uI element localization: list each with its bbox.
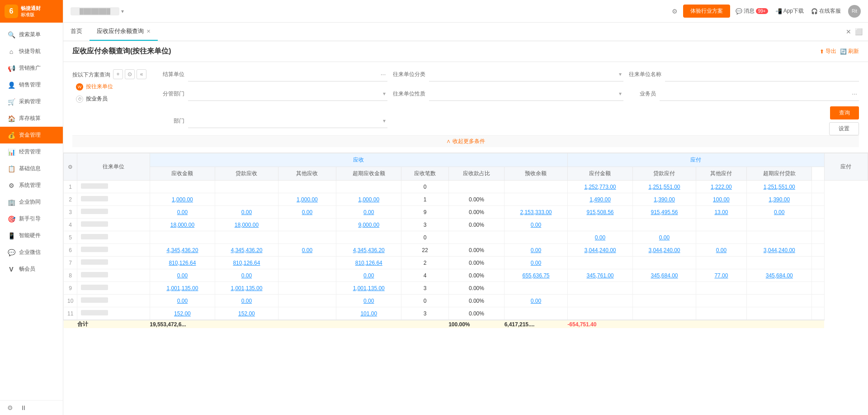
footer-ap-other xyxy=(696,320,746,328)
query-button[interactable]: 查询 xyxy=(830,106,859,119)
breadcrumb: ████████ ▾ xyxy=(71,7,666,15)
scheme-by-unit[interactable]: W 按往来单位 xyxy=(72,81,146,92)
sidebar-item-quick-nav[interactable]: ⌂ 快捷导航 xyxy=(0,43,63,60)
message-area[interactable]: 💬 消息 99+ xyxy=(736,7,768,15)
sidebar-item-system[interactable]: ⚙ 系统管理 xyxy=(0,177,63,194)
gear-icon[interactable]: ⚙ xyxy=(672,8,678,15)
tab-ar-query[interactable]: 应收应付余额查询 ✕ xyxy=(90,23,158,41)
add-scheme-button[interactable]: + xyxy=(113,69,123,79)
sidebar-item-label: 经营管理 xyxy=(19,148,41,156)
service-icon: 🎧 xyxy=(811,8,818,14)
collapse-scheme-button[interactable]: « xyxy=(137,69,146,79)
sidebar-item-search[interactable]: 🔍 搜索菜单 xyxy=(0,26,63,43)
footer-ar-advance[interactable]: 6,417,215.... xyxy=(505,320,568,328)
collapse-filter-row[interactable]: ∧ 收起更多条件 xyxy=(72,135,859,147)
table-settings-icon[interactable]: ⚙ xyxy=(68,164,73,170)
unit-category-input[interactable] xyxy=(431,69,618,79)
unit-nature-chevron: ▾ xyxy=(619,91,622,97)
sidebar-item-marketing[interactable]: 📢 营销推广 xyxy=(0,60,63,76)
main-area: ████████ ▾ ⚙ 体验行业方案 💬 消息 99+ 📲 App下载 🎧 在… xyxy=(63,0,868,415)
export-button[interactable]: ⬆ 导出 xyxy=(820,48,836,55)
dept-input[interactable] xyxy=(190,116,383,126)
col-ar-amount: 应收金额 xyxy=(150,167,215,181)
search-icon: 🔍 xyxy=(7,31,15,38)
tab-label: 应收应付余额查询 xyxy=(97,27,144,35)
sales-icon: 👤 xyxy=(7,81,15,89)
salesman-input[interactable] xyxy=(661,89,852,99)
wechat-icon: 💬 xyxy=(7,249,15,256)
scheme-unit-label: 按往来单位 xyxy=(86,83,113,91)
scheme-by-staff[interactable]: ⏱ 按业务员 xyxy=(72,93,146,105)
table-row: 11152.00152.00101.0030.00% xyxy=(64,307,868,320)
system-icon: ⚙ xyxy=(7,182,15,189)
sidebar: 6 畅捷通财 标准版 🔍 搜索菜单 ⌂ 快捷导航 📢 营销推广 👤 销售管理 🛒… xyxy=(0,0,63,415)
settlement-unit-input[interactable] xyxy=(190,69,381,79)
sidebar-item-operation[interactable]: 📊 经营管理 xyxy=(0,143,63,160)
sidebar-item-label: 畅会员 xyxy=(19,265,35,273)
app-download[interactable]: 📲 App下载 xyxy=(775,7,804,15)
sidebar-item-label: 资金管理 xyxy=(19,131,41,139)
sidebar-item-guide[interactable]: 🎯 新手引导 xyxy=(0,210,63,227)
trial-btn[interactable]: 体验行业方案 xyxy=(683,5,730,18)
close-window-icon[interactable]: ✕ xyxy=(846,28,851,35)
settlement-unit-dots[interactable]: ··· xyxy=(381,71,386,78)
footer-ar-count xyxy=(401,320,448,328)
col-settings: ⚙ xyxy=(64,153,77,181)
col-ap-partial: 应付 xyxy=(824,153,868,181)
col-ar-count: 应收笔数 xyxy=(401,167,448,181)
page-actions: ⬆ 导出 🔄 刷新 xyxy=(820,48,859,55)
table-row: 80.000.000.0040.00%655,636.75345,761.003… xyxy=(64,269,868,282)
tab-home[interactable]: 首页 xyxy=(63,23,90,41)
managed-dept-chevron: ▾ xyxy=(383,91,386,97)
page-title: 应收应付余额查询(按往来单位) xyxy=(72,47,171,56)
sidebar-item-wechat[interactable]: 💬 企业微信 xyxy=(0,244,63,261)
sidebar-item-label: 系统管理 xyxy=(19,181,41,189)
collapse-label: 收起更多条件 xyxy=(453,138,485,144)
footer-ar-amount[interactable]: 19,553,472,6... xyxy=(150,320,215,328)
footer-ap-overdue xyxy=(747,320,812,328)
col-ap-other: 其他应付 xyxy=(696,167,746,181)
page-title-row: 应收应付余额查询(按往来单位) ⬆ 导出 🔄 刷新 xyxy=(72,47,859,56)
filter-salesman: 业务员 ··· xyxy=(629,87,859,101)
settings-button[interactable]: 设置 xyxy=(829,122,859,135)
sidebar-item-basic-info[interactable]: 📋 基础信息 xyxy=(0,160,63,177)
sidebar-item-label: 快捷导航 xyxy=(19,48,41,55)
settings-icon[interactable]: ⚙ xyxy=(7,404,13,411)
sidebar-item-label: 搜索菜单 xyxy=(19,31,41,38)
home-icon: ⌂ xyxy=(7,48,15,55)
maximize-icon[interactable]: ⬜ xyxy=(855,28,863,35)
capital-icon: 💰 xyxy=(7,132,15,139)
sidebar-item-label: 营销推广 xyxy=(19,64,41,72)
unit-name-input[interactable] xyxy=(667,69,857,79)
logo-name: 畅捷通财 xyxy=(21,5,41,11)
salesman-dots[interactable]: ··· xyxy=(852,90,857,97)
dept-label: 部门 xyxy=(157,117,184,125)
unit-name-cell xyxy=(77,181,150,193)
col-ar-other: 其他应收 xyxy=(278,167,336,181)
filter-scheme: 按以下方案查询 + ⊙ « W 按往来单位 ⏱ xyxy=(72,67,859,135)
col-ar-loan: 贷款应收 xyxy=(215,167,278,181)
refresh-button[interactable]: 🔄 刷新 xyxy=(840,48,859,55)
sidebar-item-sales[interactable]: 👤 销售管理 xyxy=(0,76,63,93)
sidebar-item-enterprise[interactable]: 🏢 企业协同 xyxy=(0,194,63,210)
table-row: 21,000.001,000.001,000.0010.00%1,490.001… xyxy=(64,193,868,206)
sidebar-item-member[interactable]: V 畅会员 xyxy=(0,261,63,277)
sidebar-item-inventory[interactable]: 🏠 库存核算 xyxy=(0,110,63,127)
salesman-label: 业务员 xyxy=(629,90,656,98)
sidebar-item-label: 销售管理 xyxy=(19,81,41,89)
table-row: 100.000.000.0000.00%0.00 xyxy=(64,295,868,307)
unit-name-cell xyxy=(77,307,150,320)
sidebar-item-capital[interactable]: 💰 资金管理 xyxy=(0,127,63,143)
unit-nature-input[interactable] xyxy=(431,89,618,99)
online-service[interactable]: 🎧 在线客服 xyxy=(811,7,841,15)
topbar-right: 💬 消息 99+ 📲 App下载 🎧 在线客服 Rit xyxy=(736,5,861,18)
managed-dept-input[interactable] xyxy=(190,89,383,99)
tab-close-icon[interactable]: ✕ xyxy=(146,29,151,34)
footer-ar-other xyxy=(278,320,336,328)
user-avatar[interactable]: Rit xyxy=(848,5,861,18)
collapse-icon[interactable]: ⏸ xyxy=(20,404,27,411)
sidebar-item-smart-hw[interactable]: 📱 智能硬件 xyxy=(0,227,63,244)
edit-scheme-button[interactable]: ⊙ xyxy=(125,69,135,79)
chevron-down-icon: ▾ xyxy=(121,8,124,14)
sidebar-item-purchase[interactable]: 🛒 采购管理 xyxy=(0,93,63,110)
